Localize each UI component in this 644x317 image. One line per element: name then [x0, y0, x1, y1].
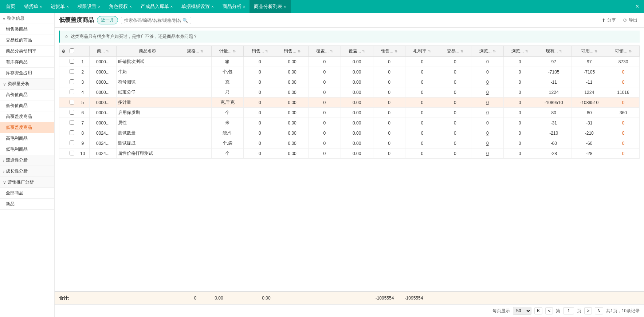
- checkbox-cell[interactable]: [68, 67, 76, 77]
- sidebar-section-cluster-analysis[interactable]: ∨ 类群量分析: [0, 79, 54, 90]
- settings-cell[interactable]: [59, 67, 68, 77]
- row-browse1[interactable]: 0: [471, 118, 504, 128]
- settings-cell[interactable]: [59, 118, 68, 128]
- row-checkbox[interactable]: [70, 69, 74, 74]
- col-gross-margin[interactable]: 毛利率 ⇅: [405, 46, 439, 57]
- row-checkbox[interactable]: [70, 79, 74, 84]
- sidebar-item-traded-products[interactable]: 交易过的商品: [0, 35, 54, 46]
- col-unit[interactable]: 计量... ⇅: [211, 46, 244, 57]
- settings-cell[interactable]: [59, 128, 68, 138]
- checkbox-cell[interactable]: [68, 87, 76, 98]
- col-available[interactable]: 可用... ⇅: [572, 46, 607, 57]
- row-browse1[interactable]: 0: [471, 98, 504, 108]
- nav-product-analysis[interactable]: 商品分析 ×: [218, 0, 250, 13]
- nav-role-auth[interactable]: 角色授权 ×: [105, 0, 136, 13]
- col-sales-qty[interactable]: 销售... ⇅: [244, 46, 276, 57]
- row-browse1[interactable]: 0: [471, 87, 504, 98]
- col-current-stock[interactable]: 现有... ⇅: [536, 46, 572, 57]
- row-checkbox[interactable]: [70, 110, 74, 115]
- settings-cell[interactable]: [59, 77, 68, 87]
- sidebar-section-growth-analysis[interactable]: › 成长性分析: [0, 166, 54, 177]
- filter-recent-month-button[interactable]: 近一月: [97, 16, 118, 24]
- first-page-button[interactable]: K: [534, 307, 542, 314]
- checkbox-cell[interactable]: [68, 138, 76, 148]
- sidebar-item-category-turnover[interactable]: 商品分类动销率: [0, 46, 54, 57]
- col-saleable[interactable]: 可销... ⇅: [607, 46, 640, 57]
- col-cover2[interactable]: 覆盖... ⇅: [341, 46, 373, 57]
- sidebar-item-low-margin[interactable]: 低毛利商品: [0, 144, 54, 155]
- prev-page-button[interactable]: <: [545, 307, 553, 314]
- row-checkbox[interactable]: [70, 151, 74, 155]
- row-checkbox[interactable]: [70, 59, 74, 64]
- close-icon[interactable]: ×: [211, 0, 213, 13]
- col-spec[interactable]: 规格... ⇅: [179, 46, 211, 57]
- select-all-checkbox[interactable]: [70, 48, 74, 53]
- row-browse1[interactable]: 0: [471, 77, 504, 87]
- checkbox-cell[interactable]: [68, 77, 76, 87]
- search-icon[interactable]: 🔍: [182, 18, 188, 23]
- next-page-button[interactable]: >: [584, 307, 592, 314]
- col-name[interactable]: 商品名称: [117, 46, 179, 57]
- close-icon[interactable]: ×: [98, 0, 100, 13]
- row-browse1[interactable]: 0: [471, 57, 504, 67]
- close-all-button[interactable]: ×: [632, 0, 643, 13]
- sidebar-collapse-button[interactable]: « 整体信息: [0, 13, 54, 24]
- row-browse1[interactable]: 0: [471, 108, 504, 118]
- sidebar-section-marketing-analysis[interactable]: ∨ 营销推广分析: [0, 177, 54, 188]
- settings-cell[interactable]: [59, 138, 68, 148]
- nav-sales-order[interactable]: 销货单 ×: [20, 0, 46, 13]
- settings-cell[interactable]: [59, 98, 68, 108]
- col-sales3[interactable]: 销售... ⇅: [373, 46, 405, 57]
- last-page-button[interactable]: N: [595, 307, 603, 314]
- col-browse2[interactable]: 浏览... ⇅: [504, 46, 536, 57]
- sidebar-item-high-coverage[interactable]: 高覆盖度商品: [0, 111, 54, 122]
- checkbox-cell[interactable]: [68, 57, 76, 67]
- row-browse1[interactable]: 0: [471, 128, 504, 138]
- nav-template-settings[interactable]: 单据模板设置 ×: [177, 0, 218, 13]
- search-input[interactable]: [124, 18, 182, 23]
- sidebar-item-new-products[interactable]: 新品: [0, 199, 54, 210]
- row-checkbox[interactable]: [70, 90, 74, 94]
- close-icon[interactable]: ×: [40, 0, 42, 13]
- nav-product-analysis-list[interactable]: 商品分析列表 ×: [250, 0, 290, 13]
- checkbox-column-header[interactable]: [68, 46, 76, 57]
- sidebar-item-low-value[interactable]: 低价值商品: [0, 100, 54, 111]
- col-browse1[interactable]: 浏览... ⇅: [471, 46, 504, 57]
- col-trans[interactable]: 交易... ⇅: [439, 46, 471, 57]
- export-button[interactable]: ⟳ 导出: [621, 16, 640, 24]
- nav-home[interactable]: 首页: [1, 0, 20, 13]
- sidebar-item-sales-products[interactable]: 销售类商品: [0, 24, 54, 35]
- close-icon[interactable]: ×: [243, 0, 245, 13]
- settings-cell[interactable]: [59, 57, 68, 67]
- col-sales-amt[interactable]: 销售... ⇅: [276, 46, 309, 57]
- sidebar-item-low-coverage[interactable]: 低覆盖度商品: [0, 122, 54, 133]
- sidebar-item-all-products[interactable]: 全部商品: [0, 188, 54, 199]
- checkbox-cell[interactable]: [68, 118, 76, 128]
- col-cover1[interactable]: 覆盖... ⇅: [309, 46, 341, 57]
- checkbox-cell[interactable]: [68, 108, 76, 118]
- nav-product-inbound[interactable]: 产成品入库单 ×: [136, 0, 177, 13]
- row-checkbox[interactable]: [70, 120, 74, 125]
- close-icon[interactable]: ×: [66, 0, 68, 13]
- checkbox-cell[interactable]: [68, 128, 76, 138]
- settings-cell[interactable]: [59, 148, 68, 159]
- row-checkbox[interactable]: [70, 130, 74, 135]
- row-browse1[interactable]: 0: [471, 138, 504, 148]
- page-size-select[interactable]: 20 50 100: [513, 307, 531, 315]
- sidebar-section-liquidity-analysis[interactable]: › 流通性分析: [0, 155, 54, 166]
- col-code[interactable]: 商... ⇅: [89, 46, 117, 57]
- row-checkbox[interactable]: [70, 140, 74, 145]
- sidebar-item-high-margin[interactable]: 高毛利商品: [0, 133, 54, 144]
- row-browse1[interactable]: 0: [471, 67, 504, 77]
- row-checkbox[interactable]: [70, 100, 74, 104]
- page-number-input[interactable]: [563, 307, 574, 314]
- close-icon[interactable]: ×: [284, 0, 286, 13]
- checkbox-cell[interactable]: [68, 98, 76, 108]
- sidebar-item-inventory-capital[interactable]: 库存资金占用: [0, 68, 54, 79]
- checkbox-cell[interactable]: [68, 148, 76, 159]
- row-browse1[interactable]: 0: [471, 148, 504, 159]
- settings-column-header[interactable]: ⚙: [59, 46, 68, 57]
- nav-purchase-order[interactable]: 进货单 ×: [46, 0, 73, 13]
- settings-cell[interactable]: [59, 87, 68, 98]
- sidebar-item-high-value[interactable]: 高价值商品: [0, 90, 54, 100]
